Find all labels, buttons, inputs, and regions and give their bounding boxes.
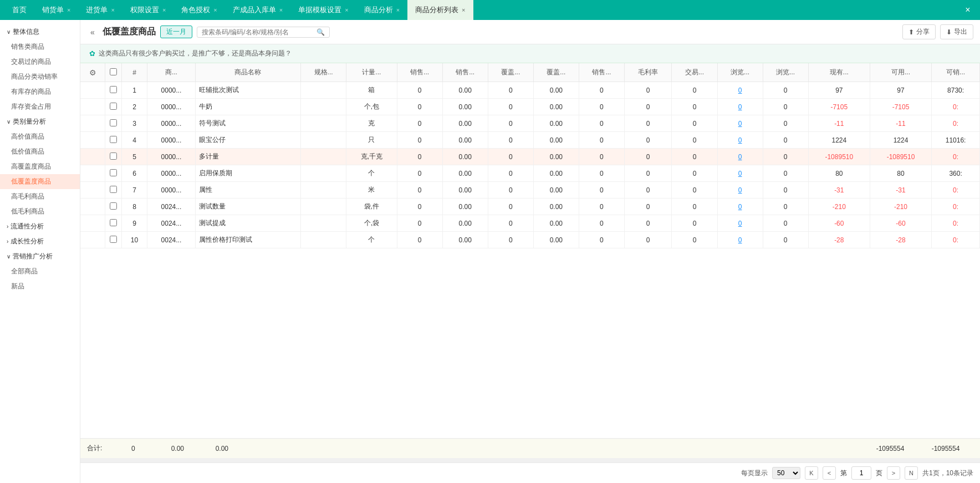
td-checkbox[interactable] <box>105 115 122 132</box>
sidebar-item-high-margin[interactable]: 高毛利商品 <box>0 189 80 204</box>
td-browse1[interactable]: 0 <box>717 149 763 165</box>
sidebar-item-traded-goods[interactable]: 交易过的商品 <box>0 54 80 69</box>
row-checkbox[interactable] <box>110 236 117 243</box>
nav-item-template[interactable]: 单据模板设置 × <box>290 0 356 20</box>
nav-close-sales[interactable]: × <box>67 7 70 13</box>
row-checkbox[interactable] <box>110 169 117 176</box>
next-page-button[interactable]: > <box>887 466 900 480</box>
row-checkbox[interactable] <box>110 219 117 226</box>
nav-close-analysis-list[interactable]: × <box>462 7 465 13</box>
row-checkbox[interactable] <box>110 152 117 160</box>
td-cover2: 0.00 <box>533 215 579 232</box>
sidebar-item-in-stock[interactable]: 有库存的商品 <box>0 84 80 99</box>
td-browse1[interactable]: 0 <box>717 232 763 248</box>
td-browse1[interactable]: 0 <box>717 182 763 199</box>
nav-item-home[interactable]: 首页 <box>4 0 34 20</box>
sidebar-item-category-rate[interactable]: 商品分类动销率 <box>0 69 80 84</box>
td-margin: 0 <box>624 99 672 115</box>
td-cover1: 0 <box>488 115 533 132</box>
td-trade: 0 <box>672 82 717 99</box>
td-checkbox[interactable] <box>105 82 122 99</box>
table-row: 3 0000... 符号测试 克 0 0.00 0 0.00 0 0 0 0 0… <box>80 115 980 132</box>
td-checkbox[interactable] <box>105 199 122 215</box>
first-page-button[interactable]: K <box>805 466 818 480</box>
last-page-button[interactable]: N <box>905 466 918 480</box>
td-cover2: 0.00 <box>533 199 579 215</box>
row-checkbox[interactable] <box>110 86 117 93</box>
td-name: 属性价格打印测试 <box>195 232 300 248</box>
td-trade: 0 <box>672 182 717 199</box>
page-input[interactable] <box>851 466 871 480</box>
td-browse1[interactable]: 0 <box>717 215 763 232</box>
td-checkbox[interactable] <box>105 232 122 248</box>
window-close-button[interactable]: × <box>960 2 976 18</box>
collapse-sidebar-button[interactable]: « <box>87 27 98 38</box>
td-browse1[interactable]: 0 <box>717 165 763 182</box>
table-container[interactable]: ⚙ # 商... 商品名称 规格... 计量... 销售... 销售... 覆盖… <box>80 63 980 438</box>
sidebar-item-low-value[interactable]: 低价值商品 <box>0 144 80 159</box>
sidebar-item-all-goods[interactable]: 全部商品 <box>0 264 80 279</box>
nav-close-production[interactable]: × <box>279 7 283 13</box>
sidebar-item-low-margin[interactable]: 低毛利商品 <box>0 204 80 219</box>
row-checkbox[interactable] <box>110 119 117 126</box>
td-available: -11 <box>870 115 931 132</box>
sidebar-item-low-coverage[interactable]: 低覆盖度商品 <box>0 174 80 189</box>
td-code: 0000... <box>147 149 196 165</box>
nav-item-sales[interactable]: 销货单 × <box>34 0 78 20</box>
td-checkbox[interactable] <box>105 132 122 149</box>
td-checkbox[interactable] <box>105 149 122 165</box>
sidebar-section-growth[interactable]: › 成长性分析 <box>0 234 80 249</box>
sidebar-section-marketing[interactable]: ∨ 营销推广分析 <box>0 249 80 264</box>
td-cover1: 0 <box>488 132 533 149</box>
th-settings[interactable]: ⚙ <box>80 63 105 82</box>
td-checkbox[interactable] <box>105 182 122 199</box>
share-button[interactable]: ⬆ 分享 <box>902 24 936 39</box>
nav-item-production[interactable]: 产成品入库单 × <box>225 0 290 20</box>
sidebar-item-high-coverage[interactable]: 高覆盖度商品 <box>0 159 80 174</box>
sidebar-item-high-value[interactable]: 高价值商品 <box>0 129 80 144</box>
sidebar-section-category[interactable]: ∨ 类别量分析 <box>0 114 80 129</box>
td-browse1[interactable]: 0 <box>717 132 763 149</box>
td-sales3: 0 <box>579 165 624 182</box>
nav-close-template[interactable]: × <box>345 7 348 13</box>
time-filter-button[interactable]: 近一月 <box>160 26 192 38</box>
prev-page-button[interactable]: < <box>823 466 836 480</box>
nav-item-role[interactable]: 角色授权 × <box>173 0 224 20</box>
td-browse1[interactable]: 0 <box>717 199 763 215</box>
scroll-indicator[interactable] <box>80 458 980 462</box>
nav-item-analysis[interactable]: 商品分析 × <box>356 0 407 20</box>
nav-close-analysis[interactable]: × <box>396 7 400 13</box>
nav-item-analysis-list[interactable]: 商品分析列表 × <box>407 0 473 20</box>
th-trade: 交易... <box>672 63 717 82</box>
row-checkbox[interactable] <box>110 186 117 193</box>
td-code: 0024... <box>147 199 196 215</box>
row-checkbox[interactable] <box>110 103 117 110</box>
td-browse1[interactable]: 0 <box>717 82 763 99</box>
sidebar-section-overall[interactable]: ∨ 整体信息 <box>0 24 80 39</box>
nav-item-permission[interactable]: 权限设置 × <box>122 0 173 20</box>
sidebar-section-flow[interactable]: › 流通性分析 <box>0 219 80 234</box>
nav-close-purchase[interactable]: × <box>111 7 114 13</box>
td-checkbox[interactable] <box>105 99 122 115</box>
nav-close-permission[interactable]: × <box>162 7 166 13</box>
search-box[interactable]: 🔍 <box>197 27 330 38</box>
sidebar-item-new-goods[interactable]: 新品 <box>0 279 80 294</box>
th-checkbox[interactable] <box>105 63 122 82</box>
td-checkbox[interactable] <box>105 215 122 232</box>
select-all-checkbox[interactable] <box>110 68 117 75</box>
td-browse1[interactable]: 0 <box>717 99 763 115</box>
export-button[interactable]: ⬇ 导出 <box>940 24 973 39</box>
row-checkbox[interactable] <box>110 202 117 210</box>
table-row: 5 0000... 多计量 克,千克 0 0.00 0 0.00 0 0 0 0… <box>80 149 980 165</box>
nav-item-purchase[interactable]: 进货单 × <box>78 0 122 20</box>
search-input[interactable] <box>202 28 314 36</box>
page-label: 第 <box>840 469 847 478</box>
sidebar-item-sales-goods[interactable]: 销售类商品 <box>0 39 80 54</box>
nav-close-role[interactable]: × <box>213 7 217 13</box>
td-browse1[interactable]: 0 <box>717 115 763 132</box>
row-checkbox[interactable] <box>110 136 117 143</box>
sidebar-item-stock-capital[interactable]: 库存资金占用 <box>0 99 80 114</box>
td-checkbox[interactable] <box>105 165 122 182</box>
page-size-select[interactable]: 50 20 100 <box>772 467 800 479</box>
td-sellable: 0: <box>932 199 980 215</box>
